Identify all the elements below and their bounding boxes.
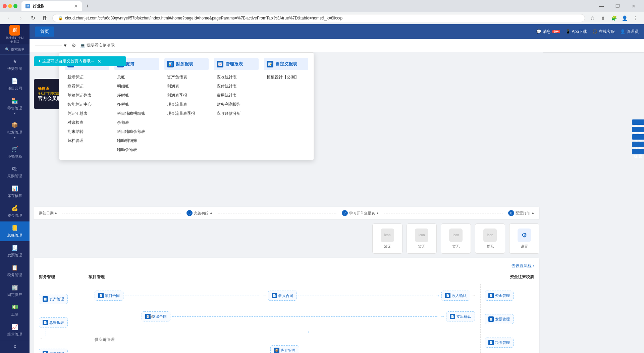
sidebar-settings-btn[interactable]: ⚙	[0, 340, 30, 353]
menu-item-zongzhang[interactable]: 总账	[114, 73, 159, 82]
menu-item-xianjin-jibao[interactable]: 现金流量表季报	[164, 109, 209, 118]
delete-btn[interactable]: 🗑	[40, 13, 50, 23]
icon-card-3[interactable]: Icon 暂无	[441, 223, 471, 254]
icon-card-2[interactable]: Icon 暂无	[407, 223, 437, 254]
menu-item-yue[interactable]: 余额表	[114, 118, 159, 127]
flow-box-zhichu-hetong[interactable]: 📄 支出合同	[142, 311, 170, 321]
menu-item-feiyong[interactable]: 费用统计表	[214, 91, 258, 100]
menu-item-caogao[interactable]: 草稿凭证列表	[65, 91, 109, 100]
sidebar-item-jingying[interactable]: 📈 经营管理	[0, 320, 30, 340]
menu-header-guanli[interactable]: 📈 管理报表	[214, 58, 258, 70]
browser-close-btn[interactable]	[3, 4, 7, 8]
menu-item-zichan-fuzhai[interactable]: 资产负债表	[164, 73, 209, 82]
sidebar-item-xiaochang[interactable]: 🛒 小畅电商	[0, 143, 30, 162]
menu-header-caiwu[interactable]: 📊 财务报表	[164, 58, 209, 70]
step-6[interactable]: 6 完善初始 ●	[186, 210, 212, 216]
online-service-btn[interactable]: 🎧 在线客服	[592, 29, 615, 35]
active-tab[interactable]: 财 好业财 ✕	[21, 1, 82, 11]
menu-header-zidingyi[interactable]: 📝 自定义报表	[264, 58, 308, 70]
menu-item-xianjin-liuliang[interactable]: 现金流量表	[164, 100, 209, 109]
browser-max-btn[interactable]	[13, 4, 17, 8]
flow-box-zhangbiao[interactable]: 📄 总账报表	[39, 317, 68, 327]
search-menu[interactable]: 🔍 搜索菜单	[0, 44, 30, 55]
menu-item-xushi[interactable]: 序时账	[114, 91, 159, 100]
sidebar-item-gongzi[interactable]: 💵 工资	[0, 301, 30, 320]
menu-item-caiwu-lirun[interactable]: 财务利润报告	[214, 100, 258, 109]
supply-chain-label: 供应链管理	[95, 337, 475, 343]
sidebar-item-fapiao[interactable]: 🧾 发票管理	[0, 241, 30, 261]
sidebar-item-kuaijie[interactable]: ★ 快捷导航	[0, 55, 30, 74]
sidebar-item-kucun[interactable]: 📊 库存核算	[0, 182, 30, 202]
company-settings-btn[interactable]: ⚙	[71, 42, 76, 49]
tab-close-btn[interactable]: ✕	[74, 3, 78, 9]
flow-box-fapiao-right[interactable]: 📄 发票管理	[485, 314, 514, 324]
sidebar-item-lingshou[interactable]: 🏪 零售管理 ▼	[0, 94, 30, 118]
win-min-btn[interactable]: —	[594, 0, 609, 12]
menu-item-yingfu[interactable]: 应付统计表	[214, 82, 258, 91]
menu-item-yingshou-fenxi[interactable]: 应收账款分析	[214, 109, 258, 118]
menu-item-qimo[interactable]: 期末结转	[65, 127, 109, 136]
step-8[interactable]: 8 配置打印 ●	[508, 210, 534, 216]
profile-icon[interactable]: 👤	[620, 13, 629, 23]
icon-card-settings[interactable]: ⚙ 设置	[509, 223, 539, 254]
win-close-btn[interactable]: ✕	[626, 0, 641, 12]
menu-item-zhineng[interactable]: 智能凭证中心	[65, 100, 109, 109]
sidebar-item-xiangmu[interactable]: 📄 项目合同	[0, 74, 30, 94]
home-tab[interactable]: 首页	[35, 27, 54, 37]
sidebar-item-pifa[interactable]: 📦 批发管理 ▼	[0, 118, 30, 143]
menu-item-yingshou[interactable]: 应收统计表	[214, 73, 258, 82]
sidebar-item-shuiwu[interactable]: 📋 税务管理	[0, 261, 30, 281]
menu-item-muban[interactable]: 模板设计【公测】	[264, 73, 308, 82]
flow-box-shuiwu-right[interactable]: 📄 税务管理	[485, 338, 514, 348]
forward-btn[interactable]: ›	[16, 13, 25, 23]
menu-item-mingxi[interactable]: 明细账	[114, 82, 159, 91]
flow-box-zichan[interactable]: 📄 资产管理	[39, 294, 68, 304]
flow-box-shouru-hetong[interactable]: 📄 收入合同	[268, 291, 297, 301]
menu-item-chakan[interactable]: 查看凭证	[65, 82, 109, 91]
app-download-btn[interactable]: 📱 App下载	[566, 29, 587, 35]
menu-item-duolan[interactable]: 多栏账	[114, 100, 159, 109]
browser-min-btn[interactable]	[8, 4, 12, 8]
icon-card-1[interactable]: Icon 暂无	[372, 223, 402, 254]
workflow-left-col: 📄 资产管理 📄 总账报表	[39, 284, 89, 353]
sidebar-item-caigou[interactable]: 🛍 采购管理	[0, 162, 30, 182]
set-flow-link[interactable]: 去设置流程 ›	[512, 263, 534, 269]
menu-item-lirun-jibao[interactable]: 利润表季报	[164, 91, 209, 100]
menu-item-lirun[interactable]: 利润表	[164, 82, 209, 91]
win-max-btn[interactable]: ❐	[610, 0, 625, 12]
back-btn[interactable]: ‹	[4, 13, 13, 23]
sidebar-item-gudingzichan[interactable]: 🏢 固定资产	[0, 281, 30, 301]
company-selector[interactable]: ▼	[35, 43, 67, 48]
step-7[interactable]: 7 学习开单查报表 ●	[342, 210, 379, 216]
flow-box-zhichu-queren[interactable]: 📄 支出确认	[446, 311, 475, 321]
customize-close-btn[interactable]: ✕	[97, 59, 101, 64]
new-tab-btn[interactable]: +	[83, 1, 92, 11]
flow-box-zijin-right[interactable]: 📄 资金管理	[485, 291, 514, 301]
sidebar-item-zijin[interactable]: 💰 资金管理	[0, 202, 30, 221]
bookmark-icon[interactable]: ☆	[588, 13, 597, 23]
menu-section-zhangbu: 📒 账簿 总账 明细账 序时账 多栏账 科目辅助明细账 余额表 科目辅助余额表 …	[114, 58, 159, 154]
menu-icon[interactable]: ⋮	[631, 13, 640, 23]
extensions-icon[interactable]: 🧩	[609, 13, 619, 23]
user-profile-btn[interactable]: 👤 管理员	[620, 29, 639, 35]
menu-item-fuz-mingxi[interactable]: 辅助明细账	[114, 136, 159, 145]
flow-box-kucun[interactable]: 📦 库存管理	[270, 345, 299, 353]
flow-box-xiangmu-hetong[interactable]: 📄 项目合同	[95, 291, 123, 301]
menu-item-xinzeng[interactable]: 新增凭证	[65, 73, 109, 82]
menu-item-duizhang[interactable]: 对账检查	[65, 118, 109, 127]
menu-item-fuz-yue[interactable]: 辅助余额表	[114, 145, 159, 154]
pifa-icon: 📦	[11, 122, 18, 128]
icon-card-4[interactable]: Icon 暂无	[475, 223, 505, 254]
upload-icon[interactable]: ⬆	[598, 13, 608, 23]
address-input[interactable]: 🔒 cloud.chanjet.com/cc/u6d89qwnryel/57bf…	[52, 14, 585, 22]
flow-box-shouru-queren[interactable]: 📄 收入确认	[441, 291, 470, 301]
sidebar-item-zhanguan[interactable]: 📒 总账管理	[0, 221, 30, 241]
flow-box-gongzi[interactable]: 📄 工资管理	[39, 349, 68, 353]
menu-item-guidang[interactable]: 归档管理	[65, 136, 109, 145]
menu-item-kemu-fuz[interactable]: 科目辅助明细账	[114, 109, 159, 118]
reload-btn[interactable]: ↻	[28, 13, 38, 23]
demo-btn[interactable]: 💻 我要看实例演示	[80, 43, 115, 48]
messages-btn[interactable]: 💬 消息 99+	[536, 29, 560, 35]
menu-item-huizong[interactable]: 凭证汇总表	[65, 109, 109, 118]
menu-item-kemu-yue[interactable]: 科目辅助余额表	[114, 127, 159, 136]
